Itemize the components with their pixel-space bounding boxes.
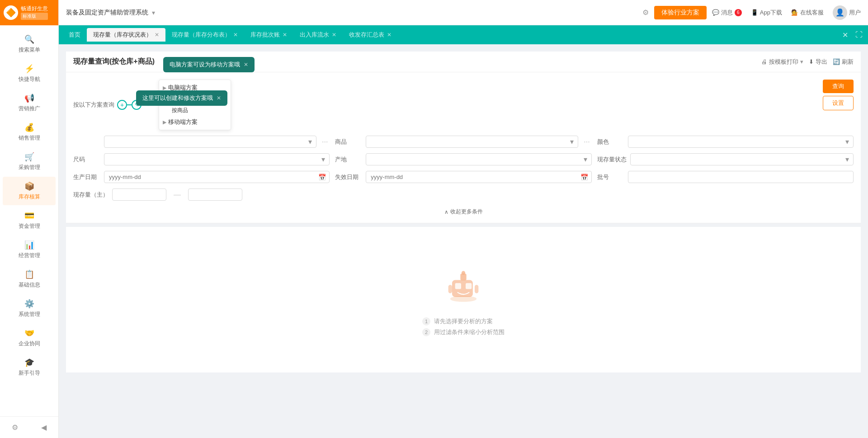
message-icon: 💬 bbox=[712, 9, 719, 16]
tab-close-all-btn[interactable]: ✕ bbox=[840, 29, 850, 41]
tab-close-inventory-status[interactable]: ✕ bbox=[155, 32, 159, 38]
online-support-btn[interactable]: 💁 在线客服 bbox=[791, 9, 824, 17]
sidebar-item-purchase[interactable]: 🛒 采购管理 bbox=[3, 147, 56, 176]
tab-batch-ledger[interactable]: 库存批次账 ✕ bbox=[244, 28, 293, 42]
sidebar-item-sales[interactable]: 💰 销售管理 bbox=[3, 118, 56, 146]
refresh-btn[interactable]: 🔄 刷新 bbox=[833, 58, 854, 66]
tooltip-edit-scheme: 这里可以创建和修改方案哦 ✕ bbox=[136, 90, 227, 106]
print-dropdown-icon: ▾ bbox=[800, 58, 803, 65]
message-badge: 6 bbox=[735, 9, 742, 16]
sidebar: 🔶 畅通好生意 标准版 🔍 搜索菜单 ⚡ 快捷导航 📢 营销推广 💰 销售管理 … bbox=[0, 0, 59, 438]
svg-rect-7 bbox=[475, 285, 478, 293]
collapse-up-icon: ∧ bbox=[444, 209, 448, 215]
support-icon: 💁 bbox=[791, 9, 798, 16]
sidebar-item-finance[interactable]: 💳 资金管理 bbox=[3, 206, 56, 235]
origin-select[interactable] bbox=[366, 153, 591, 165]
topbar-right: 💬 消息 6 📱 App下载 💁 在线客服 👤 用户 bbox=[712, 5, 861, 20]
message-btn[interactable]: 💬 消息 6 bbox=[712, 9, 742, 17]
logo-badge: 标准版 bbox=[21, 13, 48, 20]
prod-date-wrap: 📅 bbox=[104, 171, 330, 183]
goods-select[interactable] bbox=[366, 136, 578, 148]
size-select[interactable] bbox=[104, 153, 330, 165]
calendar-icon-prod: 📅 bbox=[318, 174, 326, 181]
sidebar-settings-btn[interactable]: ⚙ bbox=[8, 421, 22, 433]
tooltip-close-1[interactable]: ✕ bbox=[244, 61, 248, 68]
sidebar-item-guide[interactable]: 🎓 新手引导 bbox=[3, 353, 56, 381]
inventory-icon: 📦 bbox=[24, 181, 34, 191]
tab-close-collect-summary[interactable]: ✕ bbox=[387, 32, 392, 38]
sidebar-item-marketing[interactable]: 📢 营销推广 bbox=[3, 89, 56, 117]
scheme-child-2[interactable]: 按商品 bbox=[168, 105, 231, 116]
filter-goods: 商品 ··· bbox=[335, 136, 591, 148]
tooltip-close-2[interactable]: ✕ bbox=[217, 95, 221, 101]
tab-close-io-flow[interactable]: ✕ bbox=[332, 32, 336, 38]
tab-io-flow[interactable]: 出入库流水 ✕ bbox=[293, 28, 343, 42]
size-select-wrap bbox=[104, 153, 330, 165]
print-btn[interactable]: 🖨 按模板打印 ▾ bbox=[761, 58, 803, 66]
user-area[interactable]: 👤 用户 bbox=[833, 5, 861, 20]
search-icon: 🔍 bbox=[24, 34, 34, 44]
sidebar-item-search[interactable]: 🔍 搜索菜单 bbox=[3, 30, 56, 58]
sidebar-item-inventory[interactable]: 📦 库存核算 bbox=[3, 177, 56, 205]
sidebar-item-basic[interactable]: 📋 基础信息 bbox=[3, 265, 56, 293]
config-btn[interactable]: ⚙ bbox=[642, 8, 649, 17]
svg-rect-2 bbox=[455, 283, 461, 289]
dropdown-arrow-icon[interactable]: ▾ bbox=[152, 9, 155, 16]
warehouse-more-icon[interactable]: ··· bbox=[320, 138, 330, 146]
sidebar-item-quicknav[interactable]: ⚡ 快捷导航 bbox=[3, 59, 56, 88]
tab-io-flow-label: 出入库流水 bbox=[300, 31, 329, 39]
prod-date-input[interactable] bbox=[104, 171, 330, 183]
filter-batch-no: 批号 bbox=[597, 171, 854, 183]
sidebar-collapse-btn[interactable]: ◀ bbox=[38, 421, 50, 433]
tooltip-pc-scheme: 电脑方案可设为移动方案哦 ✕ bbox=[163, 57, 255, 72]
color-select[interactable] bbox=[628, 136, 854, 148]
tab-home[interactable]: 首页 bbox=[62, 28, 87, 42]
refresh-icon: 🔄 bbox=[833, 58, 840, 65]
goods-more-icon[interactable]: ··· bbox=[582, 138, 591, 146]
filter-size: 尺码 bbox=[73, 153, 330, 165]
tab-close-batch-ledger[interactable]: ✕ bbox=[283, 32, 287, 38]
mobile-scheme-label: 移动端方案 bbox=[168, 118, 198, 126]
tab-close-inventory-dist[interactable]: ✕ bbox=[233, 32, 238, 38]
warehouse-select[interactable] bbox=[104, 136, 316, 148]
chevron-icon-2: ▶ bbox=[163, 119, 166, 125]
filter-stock-status: 现存量状态 bbox=[597, 153, 854, 165]
tip-num-2: 2 bbox=[422, 328, 430, 336]
sidebar-item-label: 新手引导 bbox=[19, 369, 40, 377]
tab-inventory-status[interactable]: 现存量（库存状况表） ✕ bbox=[87, 28, 165, 42]
sidebar-item-operations[interactable]: 📊 经营管理 bbox=[3, 235, 56, 264]
search-btn[interactable]: 查询 bbox=[823, 80, 854, 93]
sidebar-item-label: 采购管理 bbox=[19, 164, 40, 171]
sidebar-item-label: 基础信息 bbox=[19, 281, 40, 289]
industry-btn[interactable]: 体验行业方案 bbox=[654, 6, 707, 19]
empty-tips: 1 请先选择要分析的方案 2 用过滤条件来缩小分析范围 bbox=[422, 317, 505, 336]
stock-main-separator: — bbox=[170, 191, 184, 199]
stock-status-select[interactable] bbox=[630, 153, 854, 165]
export-btn[interactable]: ⬇ 导出 bbox=[809, 58, 827, 66]
sidebar-item-enterprise[interactable]: 🤝 企业协同 bbox=[3, 324, 56, 352]
stock-main-min[interactable] bbox=[112, 188, 166, 201]
mobile-scheme-node[interactable]: ▶ 移动端方案 bbox=[159, 116, 231, 128]
sidebar-item-system[interactable]: ⚙️ 系统管理 bbox=[3, 294, 56, 323]
reset-btn[interactable]: 设置 bbox=[823, 96, 854, 110]
tab-collect-summary[interactable]: 收发存汇总表 ✕ bbox=[343, 28, 398, 42]
print-label: 按模板打印 bbox=[769, 58, 798, 66]
empty-tip-2-text: 用过滤条件来缩小分析范围 bbox=[434, 328, 505, 336]
batch-no-label: 批号 bbox=[597, 173, 624, 181]
add-scheme-btn[interactable]: + bbox=[117, 100, 127, 110]
tab-inventory-dist[interactable]: 现存量（库存分布表） ✕ bbox=[165, 28, 244, 42]
sidebar-item-label: 经营管理 bbox=[19, 252, 40, 259]
collapse-row[interactable]: ∧ 收起更多条件 bbox=[73, 204, 854, 216]
batch-no-input[interactable] bbox=[628, 171, 854, 183]
sales-icon: 💰 bbox=[24, 122, 34, 132]
refresh-label: 刷新 bbox=[842, 58, 854, 66]
filter-row-3: 生产日期 📅 失效日期 📅 批号 bbox=[73, 171, 854, 183]
stock-main-max[interactable] bbox=[188, 188, 242, 201]
print-icon: 🖨 bbox=[761, 58, 767, 65]
enterprise-icon: 🤝 bbox=[24, 328, 34, 338]
app-download-btn[interactable]: 📱 App下载 bbox=[751, 9, 782, 17]
export-label: 导出 bbox=[816, 58, 827, 66]
tab-fullscreen-btn[interactable]: ⛶ bbox=[854, 29, 864, 41]
expire-date-input[interactable] bbox=[366, 171, 591, 183]
filter-stock-main: 现存量（主） — bbox=[73, 188, 242, 201]
